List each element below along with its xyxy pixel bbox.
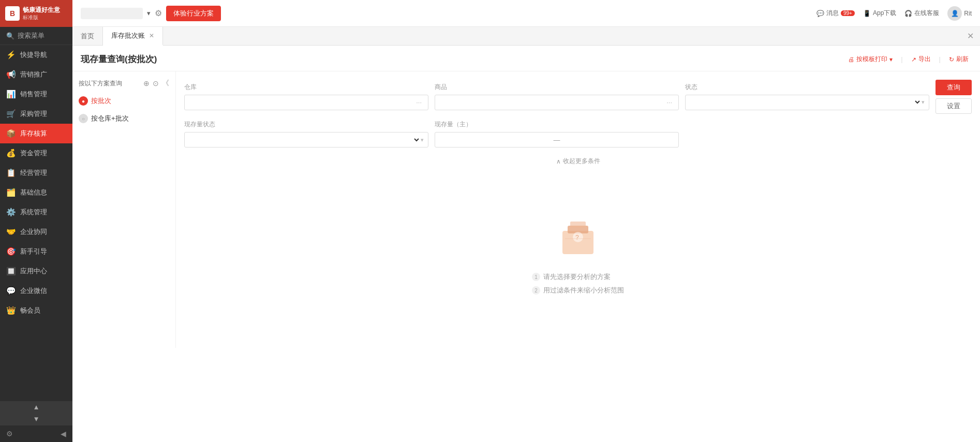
edition-label: 标准版	[23, 14, 60, 21]
collapse-sidebar-icon[interactable]: ◀	[61, 430, 66, 438]
status-select-wrap[interactable]: ▾	[685, 95, 929, 110]
messages-button[interactable]: 💬 消息 99+	[816, 9, 855, 18]
sidebar-item-quick-nav[interactable]: ⚡ 快捷导航	[0, 45, 72, 65]
plan-label: 按批次	[91, 96, 111, 106]
online-service-button[interactable]: 🎧 在线客服	[904, 9, 939, 18]
export-button[interactable]: ↗ 导出	[908, 53, 934, 66]
page-header-actions: 🖨 按模板打印 ▾ | ↗ 导出 | ↻ 刷新	[845, 53, 972, 66]
add-plan-button[interactable]: ⊕	[143, 79, 150, 87]
product-input-wrap[interactable]: ···	[435, 95, 679, 110]
tab-home[interactable]: 首页	[72, 27, 103, 45]
sidebar-item-operations[interactable]: 📋 经营管理	[0, 163, 72, 183]
sidebar-footer: ⚙ ◀	[0, 425, 72, 442]
settings-button[interactable]: 设置	[936, 98, 972, 114]
app-download-label: App下载	[873, 9, 896, 18]
status-select[interactable]	[690, 98, 922, 107]
search-icon: 🔍	[6, 32, 14, 40]
sidebar-item-purchase[interactable]: 🛒 采购管理	[0, 104, 72, 124]
sidebar-item-marketing[interactable]: 📢 营销推广	[0, 65, 72, 84]
settings-footer-icon[interactable]: ⚙	[6, 430, 13, 438]
topbar-left: ▾ ⚙ 体验行业方案	[81, 6, 811, 21]
sidebar-item-enterprise-wechat[interactable]: 💬 企业微信	[0, 281, 72, 301]
nav-label: 新手引导	[20, 247, 47, 256]
tab-inventory-batch-close[interactable]: ✕	[149, 32, 154, 39]
tab-inventory-batch-label: 库存批次账	[111, 31, 145, 40]
online-service-label: 在线客服	[914, 9, 939, 18]
nav-label: 应用中心	[20, 267, 47, 276]
left-panel-actions: ⊕ ⊙ 《	[143, 79, 169, 88]
plan-settings-button[interactable]: ⊙	[153, 79, 159, 87]
sidebar-scroll-up[interactable]: ▲	[0, 401, 72, 413]
sidebar-item-app-center[interactable]: 🔲 应用中心	[0, 261, 72, 281]
content-body: 按以下方案查询 ⊕ ⊙ 《 ● 按批次 ○ 按仓库+批次	[72, 71, 980, 348]
empty-tips: 1 请先选择要分析的方案 2 用过滤条件来缩小分析范围	[532, 272, 624, 299]
print-label: 按模板打印	[856, 55, 887, 64]
tab-inventory-batch[interactable]: 库存批次账 ✕	[103, 27, 163, 46]
product-input[interactable]	[439, 98, 664, 106]
enterprise-wechat-icon: 💬	[6, 286, 16, 296]
header-divider1: |	[901, 55, 902, 63]
page-area: 现存量查询(按批次) 🖨 按模板打印 ▾ | ↗ 导出 | ↻	[72, 46, 980, 442]
inventory-status-select[interactable]	[189, 136, 421, 144]
status-label: 状态	[685, 83, 929, 92]
tip-text-1: 请先选择要分析的方案	[543, 272, 611, 282]
empty-state: ? 1 请先选择要分析的方案 2 用过滤条件来缩小分析范围	[184, 169, 972, 341]
warehouse-label: 仓库	[184, 83, 428, 92]
print-button[interactable]: 🖨 按模板打印 ▾	[845, 53, 896, 66]
refresh-button[interactable]: ↻ 刷新	[946, 53, 972, 66]
quantity-range-wrap[interactable]: —	[435, 132, 679, 148]
filter-status: 状态 ▾	[685, 83, 929, 110]
product-label: 商品	[435, 83, 679, 92]
system-icon: ⚙️	[6, 208, 16, 217]
sidebar-item-newbie[interactable]: 🎯 新手引导	[0, 242, 72, 261]
sidebar-item-basic-info[interactable]: 🗂️ 基础信息	[0, 183, 72, 202]
plan-item-by-batch[interactable]: ● 按批次	[72, 92, 175, 110]
collapse-bar[interactable]: ∧ 收起更多条件	[184, 154, 972, 169]
query-button[interactable]: 查询	[936, 80, 972, 95]
sidebar-item-finance[interactable]: 💰 资金管理	[0, 143, 72, 163]
member-icon: 👑	[6, 306, 16, 315]
trial-button[interactable]: 体验行业方案	[166, 6, 221, 21]
collapse-icon: ∧	[556, 158, 561, 165]
inventory-status-select-wrap[interactable]: ▾	[184, 132, 428, 148]
quantity-min-input[interactable]	[439, 136, 551, 144]
tabbar-close-button[interactable]: ✕	[961, 27, 980, 45]
collapse-panel-button[interactable]: 《	[162, 79, 169, 88]
service-icon: 🎧	[904, 10, 912, 17]
quantity-max-input[interactable]	[563, 136, 675, 144]
inventory-status-label: 现存量状态	[184, 120, 428, 129]
tabbar: 首页 库存批次账 ✕ ✕	[72, 27, 980, 46]
brand-name: 畅康通好生意	[23, 6, 60, 14]
topbar-right: 💬 消息 99+ 📱 App下载 🎧 在线客服 👤 Rit	[816, 6, 972, 21]
app-download-button[interactable]: 📱 App下载	[863, 9, 896, 18]
breadcrumb-input[interactable]	[81, 8, 143, 19]
user-avatar[interactable]: 👤 Rit	[947, 6, 972, 21]
sidebar-item-inventory[interactable]: 📦 库存核算	[0, 124, 72, 143]
topbar-gear-icon[interactable]: ⚙	[155, 8, 162, 18]
sidebar-item-member[interactable]: 👑 畅会员	[0, 301, 72, 320]
sidebar-item-system[interactable]: ⚙️ 系统管理	[0, 202, 72, 222]
sidebar-search[interactable]: 🔍 搜索菜单	[0, 27, 72, 45]
sidebar-scroll-down[interactable]: ▼	[0, 413, 72, 425]
nav-label: 库存核算	[20, 129, 47, 138]
action-buttons: 查询 设置	[936, 79, 972, 114]
plan-item-by-warehouse-batch[interactable]: ○ 按仓库+批次	[72, 110, 175, 127]
sidebar-item-sales[interactable]: 📊 销售管理	[0, 84, 72, 104]
purchase-icon: 🛒	[6, 109, 16, 119]
quantity-label: 现存量（主）	[435, 120, 679, 129]
nav-label: 企业微信	[20, 286, 47, 296]
warehouse-more-btn[interactable]: ···	[414, 98, 424, 106]
warehouse-input[interactable]	[189, 98, 414, 106]
plan-active-icon: ●	[79, 96, 88, 106]
print-icon: 🖨	[848, 56, 854, 63]
warehouse-input-wrap[interactable]: ···	[184, 95, 428, 110]
download-icon: 📱	[863, 10, 871, 17]
message-icon: 💬	[816, 10, 824, 17]
sidebar-item-enterprise[interactable]: 🤝 企业协同	[0, 222, 72, 242]
print-dropdown-icon[interactable]: ▾	[889, 56, 893, 63]
nav-label: 销售管理	[20, 90, 47, 99]
product-more-btn[interactable]: ···	[664, 98, 674, 106]
filter-product: 商品 ···	[435, 83, 679, 110]
topbar-dropdown-icon[interactable]: ▾	[147, 9, 151, 17]
avatar-icon: 👤	[951, 10, 959, 17]
